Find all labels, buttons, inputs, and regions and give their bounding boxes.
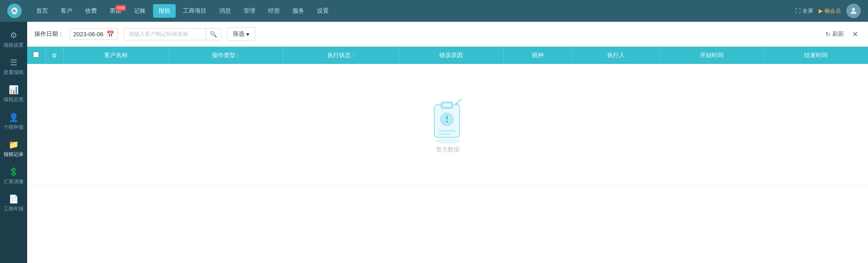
chevron-down-icon: ▾ xyxy=(246,31,249,38)
sidebar-icon-tax-summary: 📊 xyxy=(8,84,19,95)
filter-label: 筛选 xyxy=(233,30,245,38)
th-end-time: 结束时间 xyxy=(764,47,868,64)
top-nav: 首页客户收费票据new记账报税工商项目消息管理经营服务设置 ⛶ 全屏 ▶ 畅会员 xyxy=(0,0,868,22)
empty-text: 暂无数据 xyxy=(436,146,460,154)
date-value: 2023-06-06 xyxy=(73,31,104,38)
filter-button[interactable]: 筛选 ▾ xyxy=(227,27,255,41)
table-body: 暂无数据 xyxy=(27,64,868,186)
th-customer-name: 客户名称 xyxy=(63,47,168,64)
empty-state: 暂无数据 xyxy=(33,68,863,181)
content-area: 操作日期： 2023-06-06 📅 🔍 筛选 ▾ ↻ 刷新 ✕ xyxy=(27,22,868,263)
svg-point-0 xyxy=(852,8,855,11)
nav-item-tax[interactable]: 报税 xyxy=(153,4,176,18)
search-box: 🔍 xyxy=(124,28,221,40)
svg-point-7 xyxy=(446,121,447,122)
sidebar-label-tax-settings: 报税设置 xyxy=(4,42,24,48)
nav-item-message[interactable]: 消息 xyxy=(214,4,236,18)
th-error-reason: 错误原因 xyxy=(398,47,503,64)
nav-item-invoice[interactable]: 票据new xyxy=(104,4,127,18)
nav-item-customer[interactable]: 客户 xyxy=(55,4,78,18)
sidebar-item-annual-report[interactable]: 📄工商年报 xyxy=(0,189,27,216)
sidebar-icon-annual-report: 📄 xyxy=(8,194,19,205)
search-button[interactable]: 🔍 xyxy=(206,29,221,40)
data-table: ⚙ 客户名称 操作类型 执行状态 错误原因 税种 执行人 开始时间 结束时间 xyxy=(27,47,868,186)
vip-icon: ▶ xyxy=(819,8,823,14)
toolbar: 操作日期： 2023-06-06 📅 🔍 筛选 ▾ ↻ 刷新 ✕ xyxy=(27,22,868,47)
svg-rect-9 xyxy=(438,133,450,135)
svg-rect-4 xyxy=(443,104,451,107)
nav-item-manage[interactable]: 管理 xyxy=(238,4,261,18)
svg-rect-6 xyxy=(446,116,448,120)
nav-item-business[interactable]: 工商项目 xyxy=(177,4,212,18)
date-picker[interactable]: 2023-06-06 📅 xyxy=(69,28,118,40)
vip-label: 畅会员 xyxy=(825,7,841,15)
main-layout: ⚙报税设置☰批量报税📊报税总览👤个税申报📁报税记录💲汇算清缴📄工商年报 操作日期… xyxy=(0,22,868,263)
sidebar-label-settlement: 汇算清缴 xyxy=(4,179,24,185)
fullscreen-label: 全屏 xyxy=(802,7,813,15)
sidebar-item-personal-tax[interactable]: 👤个税申报 xyxy=(0,107,27,135)
search-input[interactable] xyxy=(124,29,206,39)
empty-state-row: 暂无数据 xyxy=(27,64,868,186)
sidebar-label-tax-summary: 报税总览 xyxy=(4,97,24,102)
sidebar-icon-tax-settings: ⚙ xyxy=(8,30,19,41)
nav-items: 首页客户收费票据new记账报税工商项目消息管理经营服务设置 xyxy=(31,4,795,18)
fullscreen-button[interactable]: ⛶ 全屏 xyxy=(795,7,813,15)
sidebar-label-annual-report: 工商年报 xyxy=(4,206,24,212)
sidebar-label-tax-record: 报税记录 xyxy=(4,151,24,157)
sidebar-item-batch-tax[interactable]: ☰批量报税 xyxy=(0,53,27,80)
vip-button[interactable]: ▶ 畅会员 xyxy=(819,7,841,15)
th-tax-type: 税种 xyxy=(503,47,572,64)
refresh-button[interactable]: ↻ 刷新 xyxy=(825,30,844,38)
table-header-row: ⚙ 客户名称 操作类型 执行状态 错误原因 税种 执行人 开始时间 结束时间 xyxy=(27,47,868,64)
refresh-icon: ↻ xyxy=(825,31,830,38)
sidebar-item-tax-summary[interactable]: 📊报税总览 xyxy=(0,80,27,107)
sidebar-item-tax-settings[interactable]: ⚙报税设置 xyxy=(0,25,27,53)
th-settings[interactable]: ⚙ xyxy=(45,47,63,64)
nav-item-account[interactable]: 记账 xyxy=(129,4,151,18)
sidebar-icon-tax-record: 📁 xyxy=(8,139,19,150)
logo[interactable] xyxy=(7,4,22,18)
close-button[interactable]: ✕ xyxy=(849,29,861,39)
nav-item-operation[interactable]: 经营 xyxy=(263,4,285,18)
nav-item-service[interactable]: 服务 xyxy=(287,4,310,18)
select-all-checkbox[interactable] xyxy=(33,52,39,58)
refresh-label: 刷新 xyxy=(832,30,844,38)
table-wrap: ⚙ 客户名称 操作类型 执行状态 错误原因 税种 执行人 开始时间 结束时间 xyxy=(27,47,868,263)
sidebar-item-settlement[interactable]: 💲汇算清缴 xyxy=(0,162,27,189)
top-nav-right: ⛶ 全屏 ▶ 畅会员 xyxy=(795,4,861,18)
empty-state-cell: 暂无数据 xyxy=(27,64,868,186)
th-checkbox[interactable] xyxy=(27,47,45,64)
sidebar-label-personal-tax: 个税申报 xyxy=(4,124,24,130)
empty-illustration xyxy=(427,96,468,146)
sidebar: ⚙报税设置☰批量报税📊报税总览👤个税申报📁报税记录💲汇算清缴📄工商年报 xyxy=(0,22,27,263)
calendar-icon: 📅 xyxy=(106,30,114,38)
nav-item-home[interactable]: 首页 xyxy=(31,4,53,18)
nav-badge-invoice: new xyxy=(115,5,126,11)
nav-item-settings[interactable]: 设置 xyxy=(312,4,334,18)
sidebar-icon-personal-tax: 👤 xyxy=(8,112,19,123)
svg-point-1 xyxy=(435,138,460,144)
svg-rect-8 xyxy=(438,130,456,132)
sidebar-label-batch-tax: 批量报税 xyxy=(4,69,24,75)
svg-marker-11 xyxy=(456,102,459,105)
th-op-type[interactable]: 操作类型 xyxy=(168,47,283,64)
sidebar-item-tax-record[interactable]: 📁报税记录 xyxy=(0,135,27,162)
fullscreen-icon: ⛶ xyxy=(795,8,801,14)
th-exec-status[interactable]: 执行状态 xyxy=(283,47,398,64)
th-start-time: 开始时间 xyxy=(659,47,764,64)
sidebar-icon-settlement: 💲 xyxy=(8,166,19,177)
sidebar-icon-batch-tax: ☰ xyxy=(8,57,19,68)
nav-item-fee[interactable]: 收费 xyxy=(80,4,102,18)
avatar[interactable] xyxy=(846,4,861,18)
th-executor: 执行人 xyxy=(572,47,659,64)
date-label: 操作日期： xyxy=(34,30,64,38)
